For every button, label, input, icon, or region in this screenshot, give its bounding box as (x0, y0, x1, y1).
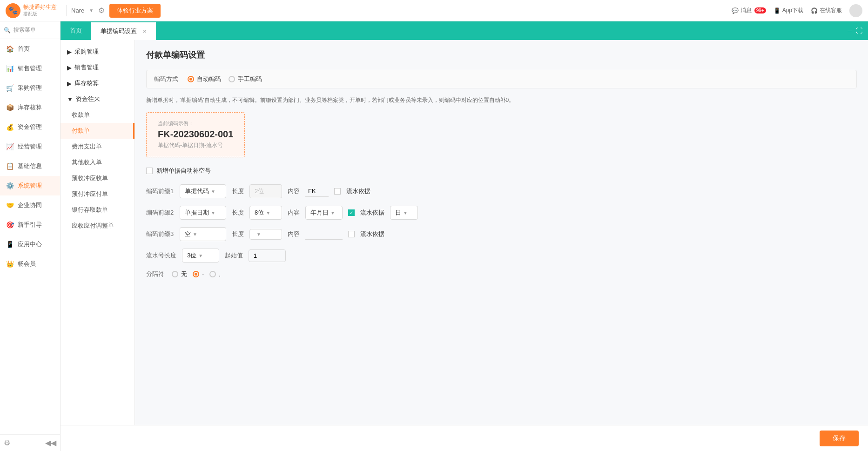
message-btn[interactable]: 💬 消息 99+ (732, 7, 766, 14)
prefix3-select[interactable]: 空 ▼ (180, 227, 226, 241)
sidebar-purchase-label: 采购管理 (18, 84, 42, 92)
prefix3-length-chevron-icon: ▼ (256, 232, 261, 237)
logo-text: 畅捷通好生意 (23, 4, 57, 10)
sec-group-purchase-arrow: ▶ (67, 48, 72, 55)
sec-group-sales-label: 销售管理 (74, 63, 99, 72)
sidebar-item-operations[interactable]: 📈 经营管理 (0, 137, 60, 156)
sep-dot-radio (209, 271, 216, 277)
sidebar-bottom: ⚙ ◀◀ (0, 434, 60, 451)
sec-item-bank-deposit[interactable]: 银行存取款单 (61, 202, 135, 218)
sidebar-item-home[interactable]: 🏠 首页 (0, 39, 60, 59)
prefix2-water-select[interactable]: 日 ▼ (390, 206, 418, 220)
sec-group-capital-arrow: ▼ (67, 96, 73, 103)
serial-row: 流水号长度 3位 ▼ 起始值 (146, 249, 857, 263)
prefix3-water-label: 流水依据 (360, 230, 384, 238)
sec-item-receipt-label: 收款单 (72, 111, 90, 118)
prefix2-content-select[interactable]: 年月日 ▼ (305, 206, 343, 220)
prefix1-water-checkbox[interactable] (334, 188, 341, 195)
user-avatar[interactable] (849, 4, 862, 17)
tabbar-maximize-icon[interactable]: ⛶ (856, 27, 862, 34)
sidebar-item-apps[interactable]: 📱 应用中心 (0, 235, 60, 254)
prefix2-chevron-icon: ▼ (211, 210, 215, 215)
start-value-input[interactable] (249, 249, 286, 262)
collapse-sidebar-icon[interactable]: ◀◀ (45, 438, 56, 447)
prefix2-length-select[interactable]: 8位 ▼ (249, 206, 282, 220)
sec-item-expense[interactable]: 费用支出单 (61, 139, 135, 155)
sec-item-other-income-label: 其他收入单 (72, 159, 102, 166)
sidebar-inventory-label: 库存核算 (18, 103, 42, 112)
sec-item-advance-receivable[interactable]: 预收冲应收单 (61, 170, 135, 186)
finance-icon: 💰 (6, 123, 14, 131)
company-chevron-icon[interactable]: ▼ (89, 8, 94, 13)
sidebar-item-basic[interactable]: 📋 基础信息 (0, 156, 60, 176)
sidebar-item-guide[interactable]: 🎯 新手引导 (0, 215, 60, 235)
sec-item-receivable-payable-label: 应收应付调整单 (72, 222, 114, 229)
form-area: 付款单编码设置 编码方式 自动编码 手工编码 (135, 40, 868, 425)
radio-auto[interactable]: 自动编码 (188, 75, 221, 83)
settings-bottom-icon[interactable]: ⚙ (4, 438, 10, 447)
radio-manual[interactable]: 手工编码 (229, 75, 262, 83)
tab-encoding[interactable]: 单据编码设置 ✕ (91, 21, 156, 40)
sep-dash[interactable]: - (193, 271, 204, 278)
prefix3-row: 编码前缀3 空 ▼ 长度 ▼ 内容 流水依据 (146, 227, 857, 241)
auto-fill-row: 新增单据自动补空号 (146, 167, 857, 175)
prefix1-select[interactable]: 单据代码 ▼ (180, 184, 226, 198)
save-button[interactable]: 保存 (820, 431, 859, 446)
sidebar: 🔍 搜索菜单 🏠 首页 📊 销售管理 🛒 采购管理 📦 库存核算 💰 资金管理 … (0, 21, 61, 451)
sidebar-item-system[interactable]: ⚙️ 系统管理 (0, 176, 60, 195)
sep-none-label: 无 (181, 270, 187, 278)
serial-length-select[interactable]: 3位 ▼ (182, 249, 219, 263)
logo: 🐾 畅捷通好生意 搭配版 (6, 3, 61, 18)
app-download-btn[interactable]: 📱 App下载 (774, 7, 803, 14)
sec-group-inventory[interactable]: ▶ 库存核算 (61, 75, 135, 91)
sec-item-payment[interactable]: 付款单 (61, 123, 135, 139)
sec-group-purchase[interactable]: ▶ 采购管理 (61, 44, 135, 60)
tabbar-minimize-icon[interactable]: ─ (848, 27, 852, 34)
sec-item-receipt[interactable]: 收款单 (61, 107, 135, 123)
sep-none[interactable]: 无 (172, 270, 187, 278)
try-btn[interactable]: 体验行业方案 (109, 4, 161, 18)
sec-group-capital[interactable]: ▼ 资金往来 (61, 91, 135, 107)
prefix2-length-label: 长度 (232, 209, 244, 217)
prefix2-row: 编码前缀2 单据日期 ▼ 长度 8位 ▼ 内容 年月日 ▼ (146, 206, 857, 220)
sidebar-item-finance[interactable]: 💰 资金管理 (0, 117, 60, 137)
sec-group-sales[interactable]: ▶ 销售管理 (61, 60, 135, 75)
settings-icon[interactable]: ⚙ (98, 6, 105, 15)
tab-close-icon[interactable]: ✕ (142, 28, 147, 34)
search-icon: 🔍 (4, 27, 11, 34)
sec-item-receivable-payable[interactable]: 应收应付调整单 (61, 218, 135, 234)
sep-dot[interactable]: . (209, 271, 221, 278)
sidebar-item-enterprise[interactable]: 🤝 企业协同 (0, 195, 60, 215)
prefix2-water-checkbox[interactable] (348, 209, 355, 216)
sec-group-purchase-label: 采购管理 (74, 47, 99, 56)
code-preview: 当前编码示例： FK-20230602-001 单据代码-单据日期-流水号 (146, 112, 245, 157)
tab-home[interactable]: 首页 (61, 21, 91, 40)
sidebar-item-inventory[interactable]: 📦 库存核算 (0, 98, 60, 117)
prefix2-select[interactable]: 单据日期 ▼ (180, 206, 226, 220)
sidebar-item-sales[interactable]: 📊 销售管理 (0, 59, 60, 78)
prefix3-content-input[interactable] (305, 229, 343, 240)
prefix3-length-label: 长度 (232, 230, 244, 238)
sep-dash-label: - (202, 271, 204, 278)
sec-item-other-income[interactable]: 其他收入单 (61, 155, 135, 170)
encoding-type-row: 编码方式 自动编码 手工编码 (146, 70, 857, 88)
online-service-icon: 🎧 (811, 7, 818, 14)
sidebar-item-member[interactable]: 👑 畅会员 (0, 254, 60, 274)
apps-icon: 📱 (6, 240, 14, 249)
message-badge: 99+ (754, 7, 766, 13)
prefix3-length-select[interactable]: ▼ (249, 229, 282, 240)
sidebar-item-purchase[interactable]: 🛒 采购管理 (0, 78, 60, 98)
prefix1-label: 编码前缀1 (146, 187, 174, 195)
start-value-label: 起始值 (225, 251, 243, 260)
app-download-icon: 📱 (774, 7, 781, 14)
prefix2-label: 编码前缀2 (146, 209, 174, 217)
auto-fill-checkbox[interactable] (146, 168, 153, 174)
sep-dot-label: . (219, 271, 221, 278)
prefix2-water-chevron-icon: ▼ (403, 210, 408, 215)
sec-item-advance-payable[interactable]: 预付冲应付单 (61, 186, 135, 202)
prefix1-content-input[interactable] (305, 186, 329, 197)
search-menu[interactable]: 🔍 搜索菜单 (0, 21, 60, 39)
secondary-sidebar: ▶ 采购管理 ▶ 销售管理 ▶ 库存核算 ▼ 资金往来 收款单 (61, 40, 135, 425)
online-service-btn[interactable]: 🎧 在线客服 (811, 7, 842, 14)
prefix3-water-checkbox[interactable] (348, 231, 355, 237)
